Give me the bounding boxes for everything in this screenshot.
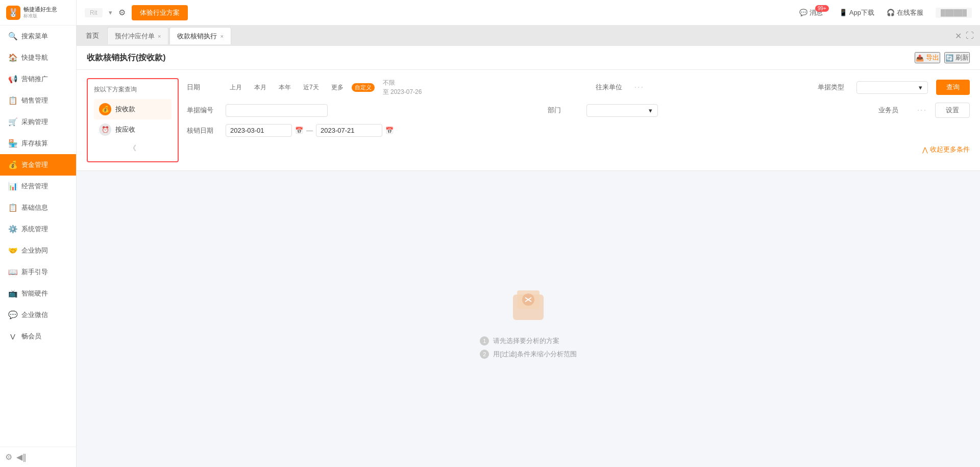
- date-btn-this-year[interactable]: 本年: [275, 82, 295, 93]
- date-to: 至 2023-07-26: [383, 87, 422, 96]
- sidebar-icon-finance: 💰: [8, 160, 17, 169]
- sidebar-item-marketing[interactable]: 📢 营销推广: [0, 68, 76, 90]
- sidebar-label-quick-nav: 快捷导航: [21, 53, 48, 62]
- app-icon: 📱: [839, 9, 847, 16]
- sidebar-icon-operation: 📊: [8, 182, 17, 191]
- date-btn-last-month[interactable]: 上月: [226, 82, 246, 93]
- tab-prepay[interactable]: 预付冲应付单 ×: [107, 27, 168, 44]
- receivable-option-label: 按应收: [115, 125, 135, 134]
- verify-date-end-input[interactable]: [316, 124, 382, 137]
- logo-badge: 标准版: [23, 13, 57, 19]
- doc-no-label: 单据编号: [187, 106, 217, 115]
- refresh-label: 刷新: [955, 53, 969, 62]
- sidebar-item-operation[interactable]: 📊 经营管理: [0, 176, 76, 197]
- sidebar-item-sales[interactable]: 📋 销售管理: [0, 90, 76, 111]
- verify-date-separator: —: [306, 127, 313, 134]
- sidebar-item-guide[interactable]: 📖 新手引导: [0, 261, 76, 283]
- date-label: 日期: [187, 83, 217, 92]
- filter-row-1: 日期 上月 本月 本年 近7天 更多 自定义 不限 至 2023-07-26: [187, 78, 970, 96]
- date-unlimited: 不限: [383, 78, 422, 87]
- sidebar: 🐰 畅捷通好生意 标准版 🔍 搜索菜单 🏠 快捷导航 📢 营销推广 📋 销售管理…: [0, 0, 77, 467]
- date-btn-7days[interactable]: 近7天: [299, 82, 323, 93]
- logo-text: 畅捷通好生意: [23, 6, 57, 13]
- close-tab-btn[interactable]: ✕: [955, 31, 962, 41]
- settings-icon[interactable]: ⚙: [5, 452, 12, 462]
- sidebar-label-inventory: 库存核算: [21, 139, 48, 148]
- app-download-btn[interactable]: 📱 App下载: [839, 8, 874, 17]
- message-btn[interactable]: 💬 消息 99+: [799, 8, 823, 17]
- query-btn[interactable]: 查询: [936, 80, 970, 95]
- sidebar-icon-guide: 📖: [8, 267, 17, 277]
- sidebar-item-vip[interactable]: V 畅会员: [0, 326, 76, 347]
- service-icon: 🎧: [887, 9, 895, 16]
- tip-1-number: 1: [480, 336, 489, 346]
- sidebar-logo: 🐰 畅捷通好生意 标准版: [0, 0, 76, 26]
- sidebar-item-wechat[interactable]: 💬 企业微信: [0, 304, 76, 326]
- sidebar-menu: 🔍 搜索菜单 🏠 快捷导航 📢 营销推广 📋 销售管理 🛒 采购管理 🏪 库存核…: [0, 26, 76, 447]
- main-area: Rit ▾ ⚙ 体验行业方案 💬 消息 99+ 📱 App下载 🎧 在线客服 █…: [77, 0, 980, 467]
- tab-home-label: 首页: [86, 31, 99, 40]
- sidebar-label-purchase: 采购管理: [21, 117, 48, 127]
- sidebar-icon-quick-nav: 🏠: [8, 53, 17, 62]
- sidebar-icon-purchase: 🛒: [8, 117, 17, 127]
- sidebar-item-finance[interactable]: 💰 资金管理: [0, 154, 76, 176]
- verify-date-start-input[interactable]: [226, 124, 292, 137]
- message-icon: 💬: [799, 9, 807, 16]
- more-conditions-label: 收起更多条件: [930, 145, 970, 154]
- empty-illustration: [503, 279, 554, 330]
- sidebar-item-quick-nav[interactable]: 🏠 快捷导航: [0, 47, 76, 68]
- tab-prepay-close[interactable]: ×: [158, 33, 161, 39]
- filter-row-2: 单据编号 部门 ▾ 业务员 ··· 设置: [187, 103, 970, 118]
- sidebar-icon-inventory: 🏪: [8, 139, 17, 148]
- industry-btn[interactable]: 体验行业方案: [132, 5, 188, 20]
- filter-sidebar-collapse-btn[interactable]: 《: [94, 142, 172, 155]
- filter-option-by-collection[interactable]: 💰 按收款: [94, 99, 172, 119]
- sidebar-item-hardware[interactable]: 📺 智能硬件: [0, 283, 76, 304]
- staff-input-dots[interactable]: ···: [917, 106, 927, 115]
- date-btn-more[interactable]: 更多: [327, 82, 348, 93]
- collapse-sidebar-icon[interactable]: ◀‖: [16, 452, 27, 462]
- page-title: 收款核销执行(按收款): [87, 53, 166, 63]
- doc-no-input[interactable]: [226, 104, 328, 117]
- topbar-gear-icon[interactable]: ⚙: [118, 8, 126, 17]
- setting-btn[interactable]: 设置: [935, 103, 970, 118]
- partner-label: 往来单位: [596, 83, 626, 92]
- empty-tip-1: 1 请先选择要分析的方案: [480, 336, 576, 346]
- app-label: App下载: [849, 8, 874, 17]
- filter-row-3: 核销日期 📅 — 📅: [187, 124, 970, 137]
- sidebar-item-basic[interactable]: 📋 基础信息: [0, 197, 76, 218]
- tip-2-number: 2: [480, 350, 489, 359]
- refresh-btn[interactable]: 🔄 刷新: [944, 52, 970, 63]
- sidebar-item-enterprise[interactable]: 🤝 企业协同: [0, 240, 76, 261]
- dept-select[interactable]: ▾: [586, 104, 658, 117]
- refresh-icon: 🔄: [945, 54, 953, 62]
- sidebar-icon-wechat: 💬: [8, 310, 17, 319]
- sidebar-label-marketing: 营销推广: [21, 75, 48, 84]
- logo-text-block: 畅捷通好生意 标准版: [23, 6, 57, 19]
- tab-collection-close[interactable]: ×: [220, 33, 223, 39]
- sidebar-item-purchase[interactable]: 🛒 采购管理: [0, 111, 76, 133]
- topbar-dropdown-arrow[interactable]: ▾: [109, 9, 112, 16]
- tab-collection-label: 收款核销执行: [177, 32, 217, 41]
- dept-arrow: ▾: [649, 107, 652, 114]
- tab-home[interactable]: 首页: [79, 27, 106, 44]
- more-conditions-btn[interactable]: ⋀ 收起更多条件: [187, 143, 970, 156]
- filter-sidebar-title: 按以下方案查询: [94, 85, 172, 94]
- tab-collection[interactable]: 收款核销执行 ×: [169, 27, 231, 44]
- verify-date-end-calendar-icon[interactable]: 📅: [385, 127, 394, 134]
- fullscreen-tab-btn[interactable]: ⛶: [966, 31, 974, 40]
- partner-input-dots[interactable]: ···: [634, 83, 644, 92]
- bill-type-select[interactable]: ▾: [856, 81, 928, 94]
- brand-placeholder: Rit: [85, 8, 103, 17]
- sidebar-item-search[interactable]: 🔍 搜索菜单: [0, 26, 76, 47]
- sidebar-item-inventory[interactable]: 🏪 库存核算: [0, 133, 76, 154]
- verify-date-start-calendar-icon[interactable]: 📅: [295, 127, 303, 134]
- export-btn[interactable]: 📤 导出: [915, 52, 940, 63]
- sidebar-label-finance: 资金管理: [21, 160, 48, 169]
- user-info[interactable]: ██████: [936, 8, 972, 18]
- page-content: 收款核销执行(按收款) 📤 导出 🔄 刷新 按以下方案查询 💰 按收款: [77, 46, 980, 467]
- date-btn-this-month[interactable]: 本月: [250, 82, 271, 93]
- online-service-btn[interactable]: 🎧 在线客服: [887, 8, 923, 17]
- filter-option-by-receivable[interactable]: ⏰ 按应收: [94, 119, 172, 140]
- sidebar-item-system[interactable]: ⚙️ 系统管理: [0, 218, 76, 240]
